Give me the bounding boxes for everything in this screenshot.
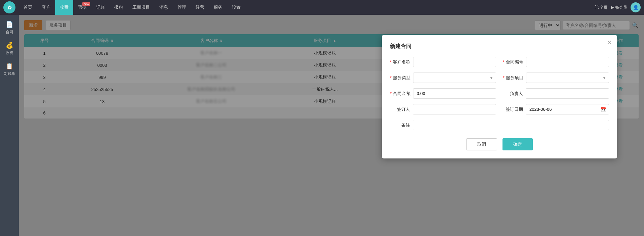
amount-input[interactable]: [413, 88, 496, 99]
customer-input[interactable]: [413, 57, 496, 67]
nav-items: 首页 客户 收费 票据 new 记账 报税 工商项目 消息 管理 经营 服务 设…: [19, 0, 595, 15]
modal-footer: 取消 确定: [390, 138, 609, 150]
sign-date-wrap: 📅: [526, 104, 609, 114]
nav-service[interactable]: 服务: [209, 0, 227, 15]
field-service-item: 服务项目 ▼: [503, 73, 609, 83]
nav-right: ⛶全屏 ▶畅会员 👤: [595, 2, 641, 12]
nav-message[interactable]: 消息: [155, 0, 173, 15]
member-button[interactable]: ▶畅会员: [611, 5, 627, 10]
sidebar: 📄 合同 💰 收费 📋 对账单: [0, 15, 19, 236]
service-type-label: 服务类型: [390, 75, 410, 81]
modal-overlay: ✕ 新建合同 客户名称 合同编号 服务类型: [19, 15, 644, 236]
nav-home[interactable]: 首页: [19, 0, 37, 15]
new-badge: new: [82, 2, 90, 6]
field-amount: 合同金额: [390, 88, 496, 99]
form-row-5: 备注: [390, 120, 609, 130]
responsible-label: 负责人: [503, 91, 523, 97]
amount-label: 合同金额: [390, 91, 410, 97]
new-contract-modal: ✕ 新建合同 客户名称 合同编号 服务类型: [382, 35, 617, 158]
nav-settings[interactable]: 设置: [227, 0, 245, 15]
top-nav: ✿ 首页 客户 收费 票据 new 记账 报税 工商项目 消息 管理 经营 服务…: [0, 0, 644, 15]
logo-icon: ✿: [3, 1, 15, 13]
remark-input[interactable]: [413, 120, 609, 130]
sign-date-input[interactable]: [526, 104, 609, 114]
nav-bookkeep[interactable]: 记账: [91, 0, 110, 15]
field-contract-no: 合同编号: [503, 57, 609, 67]
form-row-1: 客户名称 合同编号: [390, 57, 609, 67]
field-signer: 签订人: [390, 104, 496, 114]
nav-operation[interactable]: 经营: [191, 0, 209, 15]
form-row-4: 签订人 签订日期 📅: [390, 104, 609, 114]
signer-label: 签订人: [390, 106, 410, 112]
cancel-button[interactable]: 取消: [466, 138, 497, 150]
form-row-2: 服务类型 ▼ 服务项目: [390, 73, 609, 83]
contract-no-label: 合同编号: [503, 59, 523, 65]
field-customer: 客户名称: [390, 57, 496, 67]
service-type-wrap: ▼: [413, 73, 496, 83]
nav-business[interactable]: 工商项目: [128, 0, 155, 15]
modal-title: 新建合同: [390, 43, 609, 50]
nav-ticket[interactable]: 票据 new: [73, 0, 91, 15]
contract-icon: 📄: [6, 21, 13, 28]
field-remark: 备注: [390, 120, 609, 130]
signer-input[interactable]: [413, 104, 496, 114]
form-row-3: 合同金额 负责人: [390, 88, 609, 99]
sign-date-label: 签订日期: [503, 106, 523, 112]
nav-customer[interactable]: 客户: [37, 0, 55, 15]
customer-label: 客户名称: [390, 59, 410, 65]
field-service-type: 服务类型 ▼: [390, 73, 496, 83]
nav-tax[interactable]: 报税: [110, 0, 128, 15]
contract-no-input[interactable]: [526, 57, 609, 67]
service-item-select[interactable]: [526, 73, 609, 83]
nav-manage[interactable]: 管理: [173, 0, 191, 15]
sidebar-item-charge[interactable]: 💰 收费: [1, 39, 18, 58]
service-item-label: 服务项目: [503, 75, 523, 81]
field-sign-date: 签订日期 📅: [503, 104, 609, 114]
sidebar-item-contract[interactable]: 📄 合同: [1, 18, 18, 37]
main-content: 新增 服务项目 进行中 已完成 全部 🔍 序号 合同编码 ⇅ 客户名称: [19, 15, 644, 236]
charge-icon: 💰: [6, 42, 13, 49]
service-type-select[interactable]: [413, 73, 496, 83]
field-responsible: 负责人: [503, 88, 609, 99]
sidebar-item-statement[interactable]: 📋 对账单: [1, 60, 18, 79]
service-item-wrap: ▼: [526, 73, 609, 83]
modal-close-button[interactable]: ✕: [607, 39, 612, 46]
remark-label: 备注: [390, 122, 410, 128]
avatar[interactable]: 👤: [631, 2, 641, 12]
confirm-button[interactable]: 确定: [502, 138, 533, 150]
main-layout: 📄 合同 💰 收费 📋 对账单 新增 服务项目 进行中 已完成 全部 🔍: [0, 15, 644, 236]
nav-charge[interactable]: 收费: [55, 0, 73, 15]
responsible-input[interactable]: [526, 88, 609, 99]
statement-icon: 📋: [6, 62, 13, 70]
fullscreen-button[interactable]: ⛶全屏: [595, 5, 608, 10]
